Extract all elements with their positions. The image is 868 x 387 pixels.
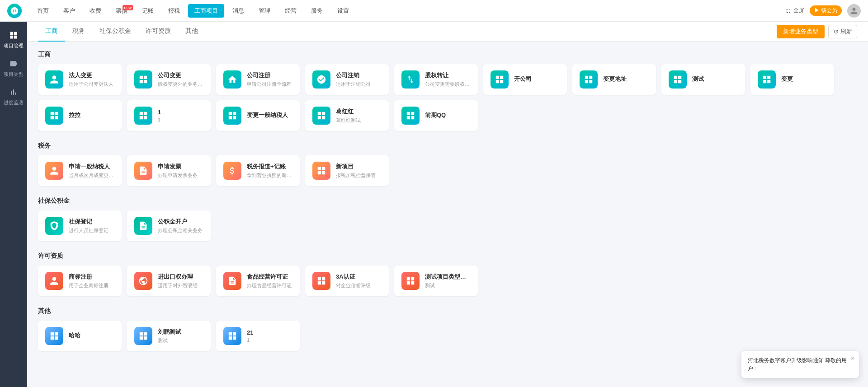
user-avatar[interactable] [847,4,861,18]
card-desc: 当月或次月成变更完成 [69,172,114,179]
sidebar-item-progress[interactable]: 进度监测 [0,82,27,111]
nav-manage[interactable]: 管理 [252,4,277,18]
tab-biz[interactable]: 工商 [38,22,65,42]
card-tax-report[interactable]: 税务报道+记账 拿到营业执照的新公司 [216,155,300,186]
card-info-fund-open: 公积金开户 办理公积金相关业务 [158,218,203,234]
card-desc: 拿到营业执照的新公司 [247,172,292,179]
card-icon-social-register [45,217,63,235]
card-name: 公积金开户 [158,218,203,226]
card-apply-taxpayer[interactable]: 申请一般纳税人 当月或次月成变更完成 [38,155,122,186]
notification-text: 河北税务数字账户升级影响通知 尊敬的用户： [748,356,853,373]
permit-card-grid: 商标注册 用于企业商标注册服务 进出口权办理 适用于对外贸易经营者 [38,266,857,296]
card-name: 拉拉 [69,111,114,119]
card-info-change-address: 变更地址 [603,75,649,84]
nav-service[interactable]: 服务 [305,4,329,18]
card-desc: 进行人员社保登记 [69,227,114,234]
card-num21[interactable]: 21 1 [216,321,300,351]
card-apply-invoice[interactable]: 申请发票 办理申请发票业务 [127,155,211,186]
card-name: 商标注册 [69,273,114,281]
card-social-register[interactable]: 社保登记 进行人员社保登记 [38,210,122,241]
card-prev-qq[interactable]: 前期QQ [394,100,478,131]
card-3a-cert[interactable]: 3A认证 对企业信誉评级 [305,266,389,296]
nav-settings[interactable]: 设置 [331,4,355,18]
tag-icon [8,58,19,69]
card-icon-trademark [45,272,63,290]
card-test[interactable]: 测试 [661,64,745,95]
biz-card-grid: 法人变更 适用于公司变更法人 公司变更 股权变更外的业务变更 [38,64,857,131]
card-desc: 适用于对外贸易经营者 [158,282,203,289]
card-info-open-company: 开公司 [514,75,560,84]
card-desc: 适用于公司变更法人 [69,81,114,88]
card-name: 公司变更 [158,71,203,79]
card-icon-company-change [134,70,152,89]
card-gehonghong[interactable]: 葛红红 葛红红测试 [305,100,389,131]
refresh-button[interactable]: 刷新 [828,25,857,38]
nav-billing[interactable]: 收费 [83,4,108,18]
nav-accounting[interactable]: 记账 [136,4,160,18]
card-icon-import-export [134,272,152,290]
new-badge: new [123,5,133,11]
card-new-project[interactable]: 新项目 报税加税控盘保管 [305,155,389,186]
card-equity-transfer[interactable]: 股权转让 公司变更需要股权转让 [394,64,478,95]
card-desc: 1 [158,117,203,122]
nav-customer[interactable]: 客户 [57,4,81,18]
card-company-cancel[interactable]: 公司注销 适用于注销公司 [305,64,389,95]
card-haha[interactable]: 哈哈 [38,321,122,351]
nav-bizproject[interactable]: 工商项目 [188,4,224,18]
card-company-change[interactable]: 公司变更 股权变更外的业务变更 [127,64,211,95]
card-info-company-register: 公司注册 申请公司注册全流程 [247,71,292,88]
tab-tax[interactable]: 税务 [65,22,92,42]
notification-close-btn[interactable]: × [851,354,854,362]
section-permit: 许可资质 商标注册 用于企业商标注册服务 进出口权 [38,252,857,296]
card-import-export[interactable]: 进出口权办理 适用于对外贸易经营者 [127,266,211,296]
card-info-change-taxpayer: 变更一般纳税人 [247,111,292,121]
nav-tax[interactable]: 报税 [162,4,186,18]
card-icon-company-cancel [312,70,330,89]
card-icon-prev-qq [401,107,420,125]
card-change-taxpayer[interactable]: 变更一般纳税人 [216,100,300,131]
card-name: 变更一般纳税人 [247,111,292,119]
nav-message[interactable]: 消息 [226,4,250,18]
card-info-test-type: 测试项目类型目定义 测试 [425,273,471,289]
card-desc: 测试 [425,282,471,289]
card-change[interactable]: 变更 [750,64,834,95]
sidebar-item-project-manage[interactable]: 项目管理 [0,25,27,54]
tab-social[interactable]: 社保公积金 [92,22,138,42]
fullscreen-btn[interactable]: 全屏 [785,7,804,14]
sidebar-item-project-type[interactable]: 项目类型 [0,54,27,82]
card-name: 公司注册 [247,71,292,79]
card-desc: 报税加税控盘保管 [336,172,382,179]
card-open-company[interactable]: 开公司 [483,64,567,95]
nav-home[interactable]: 首页 [31,4,55,18]
card-icon-equity-transfer [401,70,420,89]
tab-permit[interactable]: 许可资质 [138,22,178,42]
card-trademark[interactable]: 商标注册 用于企业商标注册服务 [38,266,122,296]
card-change-address[interactable]: 变更地址 [572,64,656,95]
card-lala[interactable]: 拉拉 [38,100,122,131]
tab-other[interactable]: 其他 [178,22,205,42]
nav-operation[interactable]: 经营 [278,4,303,18]
card-icon-tax-report [223,162,241,180]
card-desc: 用于企业商标注册服务 [69,282,114,289]
card-info-company-cancel: 公司注销 适用于注销公司 [336,71,382,88]
card-fund-open[interactable]: 公积金开户 办理公积金相关业务 [127,210,211,241]
card-icon-liupeng-test [134,327,152,345]
section-tax: 税务 申请一般纳税人 当月或次月成变更完成 申请发 [38,142,857,186]
card-info-trademark: 商标注册 用于企业商标注册服务 [69,273,114,289]
card-name: 公司注销 [336,71,382,79]
card-desc: 公司变更需要股权转让 [425,81,471,88]
card-num1[interactable]: 1 1 [127,100,211,131]
card-test-type[interactable]: 测试项目类型目定义 测试 [394,266,478,296]
card-desc: 申请公司注册全流程 [247,81,292,88]
card-icon-num1 [134,107,152,125]
card-liupeng-test[interactable]: 刘鹏测试 测试 [127,321,211,351]
card-info-social-register: 社保登记 进行人员社保登记 [69,218,114,234]
vip-btn[interactable]: ▶ 畅会员 [810,5,842,16]
card-legal-change[interactable]: 法人变更 适用于公司变更法人 [38,64,122,95]
card-company-register[interactable]: 公司注册 申请公司注册全流程 [216,64,300,95]
grid-icon [8,30,19,41]
card-name: 刘鹏测试 [158,328,203,336]
new-type-button[interactable]: 新增业务类型 [777,25,825,38]
card-food-permit[interactable]: 食品经营许可证 办理食品经营许可证 [216,266,300,296]
nav-invoice[interactable]: 票据 new [109,4,134,18]
